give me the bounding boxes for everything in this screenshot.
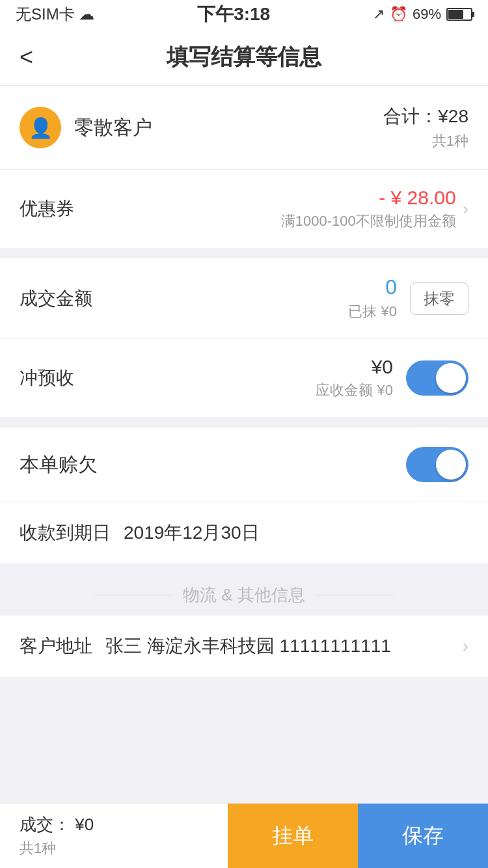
address-card[interactable]: 客户地址 张三 海淀永丰科技园 11111111111 › bbox=[0, 616, 488, 677]
page-title: 填写结算等信息 bbox=[167, 42, 321, 72]
prepaid-sub: 应收金额 ¥0 bbox=[316, 381, 393, 400]
credit-label: 本单赊欠 bbox=[20, 452, 98, 478]
coupon-discount: - ¥ 28.00 bbox=[281, 187, 456, 209]
divider-line-left bbox=[94, 595, 172, 595]
status-bar: 无SIM卡 ☁ 下午3:18 ↗ ⏰ 69% bbox=[0, 0, 488, 29]
due-date-row: 收款到期日 2019年12月30日 bbox=[0, 502, 488, 563]
total-count: 共1种 bbox=[383, 131, 468, 151]
back-button[interactable]: < bbox=[20, 44, 33, 71]
battery-percent: 69% bbox=[413, 6, 441, 23]
prepaid-right: ¥0 应收金额 ¥0 bbox=[316, 356, 468, 400]
logistics-label: 物流 & 其他信息 bbox=[94, 584, 394, 606]
bottom-summary: 成交： ¥0 共1种 bbox=[0, 804, 228, 868]
customer-card: 👤 零散客户 合计：¥28 共1种 优惠券 - ¥ 28.00 满1000-10… bbox=[0, 86, 488, 248]
credit-toggle-thumb bbox=[436, 450, 466, 480]
total-amount: 合计：¥28 bbox=[383, 104, 468, 129]
pending-button[interactable]: 挂单 bbox=[228, 804, 358, 868]
logistics-divider: 物流 & 其他信息 bbox=[0, 574, 488, 616]
divider-line-right bbox=[316, 595, 394, 595]
toggle-thumb bbox=[436, 363, 466, 393]
location-icon: ↗ bbox=[373, 6, 385, 23]
customer-name: 零散客户 bbox=[74, 115, 152, 141]
prepaid-label: 冲预收 bbox=[20, 366, 74, 390]
prepaid-toggle[interactable] bbox=[406, 360, 468, 396]
battery-icon bbox=[446, 8, 472, 21]
credit-row: 本单赊欠 bbox=[0, 427, 488, 502]
save-button[interactable]: 保存 bbox=[358, 804, 488, 868]
credit-card: 本单赊欠 收款到期日 2019年12月30日 bbox=[0, 427, 488, 563]
due-date-value: 2019年12月30日 bbox=[124, 521, 260, 545]
deal-amount-sub: 已抹 ¥0 bbox=[348, 302, 397, 321]
customer-left: 👤 零散客户 bbox=[20, 107, 152, 148]
coupon-label: 优惠券 bbox=[20, 197, 74, 221]
address-value: 张三 海淀永丰科技园 11111111111 bbox=[105, 634, 463, 658]
prepaid-amount: ¥0 bbox=[316, 356, 393, 378]
bottom-bar: 成交： ¥0 共1种 挂单 保存 bbox=[0, 803, 488, 868]
customer-row: 👤 零散客户 合计：¥28 共1种 bbox=[0, 86, 488, 169]
status-right: ↗ ⏰ 69% bbox=[373, 6, 472, 23]
coupon-value-block: - ¥ 28.00 满1000-100不限制使用金额 bbox=[281, 187, 456, 231]
chevron-right-icon: › bbox=[463, 198, 468, 219]
address-label: 客户地址 bbox=[20, 634, 92, 658]
nav-bar: < 填写结算等信息 bbox=[0, 29, 488, 86]
deal-amount-label: 成交金额 bbox=[20, 286, 92, 311]
status-time: 下午3:18 bbox=[197, 2, 270, 27]
round-zero-button[interactable]: 抹零 bbox=[410, 282, 468, 315]
avatar-icon: 👤 bbox=[29, 116, 53, 139]
alarm-icon: ⏰ bbox=[390, 6, 407, 23]
logistics-text: 物流 & 其他信息 bbox=[183, 584, 305, 606]
coupon-right: - ¥ 28.00 满1000-100不限制使用金额 › bbox=[281, 187, 468, 231]
avatar: 👤 bbox=[20, 107, 61, 148]
summary-count: 共1种 bbox=[20, 839, 208, 858]
status-left: 无SIM卡 ☁ bbox=[16, 4, 94, 25]
sim-status: 无SIM卡 ☁ bbox=[16, 4, 94, 25]
deal-amount-card: 成交金额 0 已抹 ¥0 抹零 冲预收 ¥0 应收金额 ¥0 bbox=[0, 258, 488, 417]
coupon-row[interactable]: 优惠券 - ¥ 28.00 满1000-100不限制使用金额 › bbox=[0, 169, 488, 248]
due-date-label: 收款到期日 bbox=[20, 521, 111, 545]
prepaid-amount-block: ¥0 应收金额 ¥0 bbox=[316, 356, 393, 400]
prepaid-row: 冲预收 ¥0 应收金额 ¥0 bbox=[0, 339, 488, 417]
credit-toggle[interactable] bbox=[406, 447, 468, 482]
deal-amount-row: 成交金额 0 已抹 ¥0 抹零 bbox=[0, 258, 488, 339]
bottom-spacer bbox=[0, 677, 488, 755]
deal-amount-right: 0 已抹 ¥0 抹零 bbox=[348, 275, 468, 321]
summary-deal: 成交： ¥0 bbox=[20, 813, 208, 836]
coupon-desc: 满1000-100不限制使用金额 bbox=[281, 211, 456, 231]
address-chevron-icon: › bbox=[463, 636, 468, 657]
content: 👤 零散客户 合计：¥28 共1种 优惠券 - ¥ 28.00 满1000-10… bbox=[0, 86, 488, 755]
deal-amount-input[interactable]: 0 bbox=[348, 275, 397, 299]
customer-right: 合计：¥28 共1种 bbox=[383, 104, 468, 151]
